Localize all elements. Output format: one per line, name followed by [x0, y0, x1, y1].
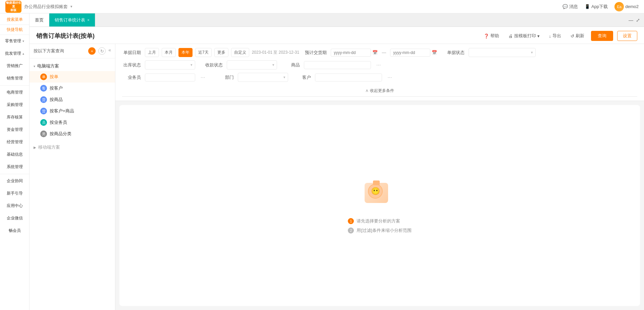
content-wrapper: 首页 销售订单统计表 × — ⤢ 销售订单统计表(按单) ❓ 帮助 🖨	[30, 13, 644, 310]
minimize-icon[interactable]: —	[629, 17, 633, 23]
add-plan-btn[interactable]: +	[88, 47, 96, 55]
expected-date-end[interactable]	[390, 49, 430, 57]
plan-item-by-customer-product[interactable]: 货 按客户+商品	[30, 105, 115, 117]
sidebar-item-basic[interactable]: 基础信息	[0, 148, 29, 161]
settings-button[interactable]: 设置	[617, 31, 637, 41]
message-btn[interactable]: 💬 消息	[562, 4, 578, 10]
salesperson-input[interactable]	[145, 73, 195, 82]
empty-hints: 1 请先选择要分析的方案 2 用[过滤]条件来缩小分析范围	[348, 218, 411, 234]
maximize-icon[interactable]: ⤢	[636, 17, 640, 23]
product-input[interactable]	[304, 61, 371, 69]
message-icon: 💬	[562, 4, 568, 9]
help-btn[interactable]: ❓ 帮助	[481, 32, 502, 40]
shipment-status-select[interactable]	[145, 60, 195, 69]
sidebar-item-purchase[interactable]: 采购管理	[0, 99, 29, 111]
customer-dots[interactable]: ···	[386, 74, 393, 81]
department-label: 部门	[210, 74, 234, 81]
sidebar-item-inventory[interactable]: 库存核算	[0, 111, 29, 123]
expected-date-end-wrap: 📅	[390, 49, 437, 57]
left-panel-actions: + ↻ «	[88, 47, 111, 55]
sidebar-item-collab[interactable]: 企业协同	[0, 175, 29, 187]
date-btn-this-year[interactable]: 本年	[178, 48, 193, 57]
date-btn-this-month[interactable]: 本月	[162, 48, 176, 57]
product-dots[interactable]: ···	[375, 62, 382, 68]
app-title-dropdown[interactable]: ▾	[70, 4, 72, 9]
collapse-bar[interactable]: ∧ 收起更多条件	[122, 85, 637, 97]
topbar-right: 💬 消息 📱 App下载 Ea demo2	[562, 2, 639, 11]
date-range-text: 2023-01-01 至 2023-12-31	[252, 50, 299, 55]
avatar: Ea	[614, 2, 624, 11]
print-dropdown-arrow[interactable]: ▾	[537, 34, 540, 39]
tab-close-icon[interactable]: ×	[87, 18, 90, 22]
plan-item-by-product[interactable]: 货 按商品	[30, 94, 115, 105]
refresh-btn[interactable]: ↺ 刷新	[568, 32, 587, 40]
sidebar-item-wholesale[interactable]: 批发管理 ▴	[0, 47, 29, 60]
plan-item-by-product-category[interactable]: 类 按商品分类	[30, 128, 115, 140]
mobile-arrow: ▶	[34, 146, 36, 149]
sidebar-item-sales[interactable]: 销售管理	[0, 72, 29, 85]
sidebar-divider-2	[0, 174, 29, 174]
sidebar-item-appcenter[interactable]: 应用中心	[0, 200, 29, 212]
topbar: 畅捷通好生意 标版 办公用品行业模拟账套 ▾ 💬 消息 📱 App下载 Ea d…	[0, 0, 644, 13]
sidebar-item-newbie[interactable]: 新手引导	[0, 187, 29, 200]
cal-icon-end: 📅	[432, 50, 437, 55]
app-download-btn[interactable]: 📱 App下载	[585, 4, 608, 10]
sidebar-item-marketing[interactable]: 营销推广	[0, 60, 29, 72]
left-panel-title: 按以下方案查询	[34, 48, 64, 54]
plan-icon-customer-product: 货	[40, 108, 47, 114]
plan-item-by-salesperson[interactable]: 员 按业务员	[30, 117, 115, 128]
sidebar-item-wechat[interactable]: 企业微信	[0, 212, 29, 224]
order-status-select[interactable]	[469, 48, 536, 57]
logo: 畅捷通好生意 标版	[5, 1, 21, 13]
sidebar-item-operations[interactable]: 经营管理	[0, 136, 29, 148]
date-btn-custom[interactable]: 自定义	[231, 48, 249, 57]
left-panel: 按以下方案查询 + ↻ « ▾ 电脑端方案 单 按单	[30, 44, 115, 310]
date-btn-last-month[interactable]: 上月	[145, 48, 159, 57]
salesperson-dots[interactable]: ···	[199, 74, 206, 81]
department-select[interactable]	[238, 73, 288, 82]
app-title: 办公用品行业模拟账套	[24, 4, 68, 10]
empty-face-shape: 😶	[368, 184, 383, 199]
date-btn-7days[interactable]: 近7天	[195, 48, 212, 57]
right-panel: 单据日期 上月 本月 本年 近7天 更多 自定义 2023-01-01 至 20…	[115, 44, 644, 310]
user-menu[interactable]: Ea demo2	[614, 2, 639, 11]
query-button[interactable]: 查询	[591, 31, 613, 41]
expected-date-label: 预计交货期	[303, 50, 327, 56]
refresh-plan-btn[interactable]: ↻	[98, 47, 106, 55]
shipment-status-label: 出库状态	[122, 62, 141, 68]
logo-text: 畅捷通好生意 标版	[5, 1, 21, 12]
sidebar-item-member[interactable]: 畅会员	[0, 224, 29, 237]
sidebar-item-retail[interactable]: 零售管理 ▾	[0, 35, 29, 47]
topbar-left: 畅捷通好生意 标版 办公用品行业模拟账套 ▾	[5, 1, 72, 13]
customer-input[interactable]	[315, 73, 382, 82]
plan-item-by-customer[interactable]: 客 按客户	[30, 83, 115, 94]
sidebar-item-ecommerce[interactable]: 电商管理	[0, 86, 29, 99]
mobile-section[interactable]: ▶ 移动端方案	[30, 142, 115, 152]
collapse-text: 收起更多条件	[370, 88, 394, 93]
sidebar-item-system[interactable]: 系统管理	[0, 161, 29, 173]
tab-sales-order-stats[interactable]: 销售订单统计表 ×	[49, 13, 95, 27]
date-btn-more[interactable]: 更多	[214, 48, 228, 57]
plan-item-by-order[interactable]: 单 按单	[30, 71, 115, 83]
plan-icon-customer: 客	[40, 85, 47, 92]
collapse-panel-btn[interactable]: «	[108, 47, 111, 55]
expected-date-start[interactable]	[331, 49, 371, 57]
sidebar-search[interactable]: 搜索菜单	[0, 13, 29, 25]
pc-section-header[interactable]: ▾ 电脑端方案	[30, 61, 115, 71]
payment-status-wrap: ▾	[227, 60, 277, 69]
hint-num-2: 2	[348, 227, 354, 234]
sidebar-item-finance[interactable]: 资金管理	[0, 123, 29, 136]
sidebar-quick-nav[interactable]: 快捷导航	[0, 25, 29, 35]
empty-image: 😶	[363, 178, 396, 211]
date-label: 单据日期	[122, 50, 141, 56]
tab-home[interactable]: 首页	[30, 13, 49, 27]
pc-section: ▾ 电脑端方案 单 按单 客 按客户 货 按商品	[30, 58, 115, 142]
print-btn[interactable]: 🖨 按模板打印 ▾	[506, 32, 542, 40]
export-btn[interactable]: ↓ 导出	[546, 32, 564, 40]
plan-icon-salesperson: 员	[40, 119, 47, 126]
payment-status-select[interactable]	[227, 60, 277, 69]
filter-row-2: 出库状态 ▾ 收款状态 ▾	[122, 60, 637, 69]
collapse-icon: ∧	[365, 88, 370, 93]
main-layout: 搜索菜单 快捷导航 零售管理 ▾ 批发管理 ▴ 营销推广 销售管理 电商管理 采…	[0, 13, 644, 310]
empty-box-flap	[373, 180, 380, 185]
